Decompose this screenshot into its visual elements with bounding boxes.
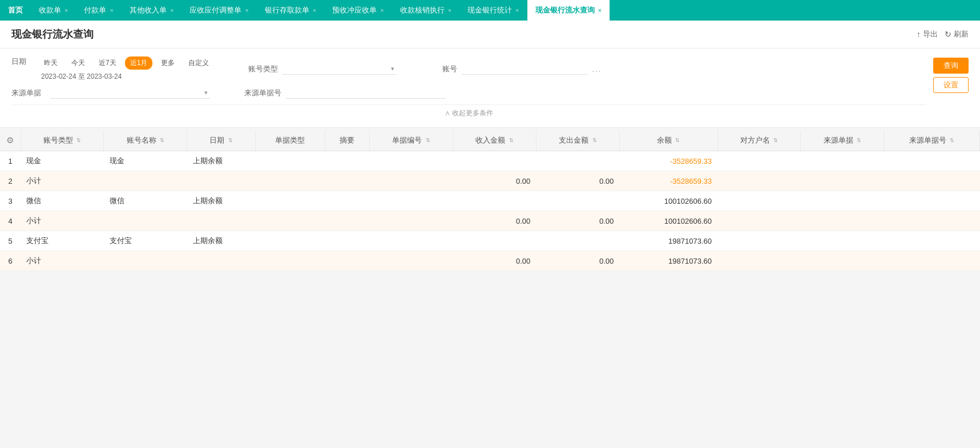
collapse-icon: ∧ <box>445 109 450 117</box>
close-receipt-icon[interactable]: × <box>64 7 68 14</box>
cell-index: 1 <box>0 151 21 171</box>
date-options-row: 昨天 今天 近7天 近1月 更多 自定义 <box>39 56 214 70</box>
nav-tab-collection-label: 收款核销执行 <box>400 5 445 15</box>
date-btn-more[interactable]: 更多 <box>156 56 180 70</box>
cell-doc-no <box>370 211 453 231</box>
cell-balance: 100102606.60 <box>619 211 717 231</box>
cell-doc-no <box>370 251 453 271</box>
cell-summary <box>325 151 369 171</box>
cell-summary <box>325 251 369 271</box>
setting-button[interactable]: 设置 <box>933 77 969 93</box>
account-type-select[interactable] <box>283 63 397 74</box>
nav-tab-home[interactable]: 首页 <box>0 0 31 21</box>
sort-balance-icon[interactable]: ⇅ <box>675 138 680 143</box>
cell-doc-type <box>256 211 325 231</box>
table-container: ⚙ 账号类型 ⇅ 账号名称 ⇅ 日期 ⇅ 单据类型 摘要 <box>0 130 980 271</box>
cell-balance: 19871073.60 <box>619 231 717 251</box>
nav-tab-receivable[interactable]: 应收应付调整单 × <box>182 0 256 21</box>
cell-summary <box>325 191 369 211</box>
table-row[interactable]: 5 支付宝 支付宝 上期余额 19871073.60 <box>0 231 980 251</box>
nav-tab-cash-stat-label: 现金银行统计 <box>467 5 512 15</box>
sort-income-icon[interactable]: ⇅ <box>509 138 514 143</box>
filter-area: 日期 昨天 今天 近7天 近1月 更多 自定义 2023-02-24 至 202… <box>0 49 980 128</box>
more-dots[interactable]: ... <box>592 65 602 74</box>
filter-row-1: 日期 昨天 今天 近7天 近1月 更多 自定义 2023-02-24 至 202… <box>11 56 926 82</box>
cell-source-doc <box>801 151 884 171</box>
sort-date-icon[interactable]: ⇅ <box>228 138 233 143</box>
collapse-bar[interactable]: ∧ 收起更多条件 <box>11 104 926 122</box>
sort-account-type-icon[interactable]: ⇅ <box>76 138 81 143</box>
account-input[interactable] <box>462 63 587 75</box>
table-row[interactable]: 1 现金 现金 上期余额 -3528659.33 <box>0 151 980 171</box>
sort-account-name-icon[interactable]: ⇅ <box>160 138 164 143</box>
sort-source-doc-icon[interactable]: ⇅ <box>857 138 861 143</box>
cell-income <box>453 191 536 211</box>
cell-expense <box>536 191 619 211</box>
close-other-income-icon[interactable]: × <box>170 7 174 14</box>
col-doc-type: 单据类型 <box>256 130 325 151</box>
date-btn-1month[interactable]: 近1月 <box>125 56 153 70</box>
source-doc-select-wrapper: ▾ <box>50 87 210 99</box>
nav-tab-prepayment[interactable]: 预收冲应收单 × <box>324 0 392 21</box>
date-btn-today[interactable]: 今天 <box>66 56 90 70</box>
account-label: 账号 <box>442 64 457 74</box>
filter-section: 日期 昨天 今天 近7天 近1月 更多 自定义 2023-02-24 至 202… <box>11 56 969 122</box>
col-source-doc-no: 来源单据号 ⇅ <box>884 130 980 151</box>
settings-gear-icon[interactable]: ⚙ <box>6 135 14 145</box>
cell-doc-no <box>370 231 453 251</box>
cell-index: 5 <box>0 231 21 251</box>
nav-tab-collection[interactable]: 收款核销执行 × <box>392 0 459 21</box>
sort-expense-icon[interactable]: ⇅ <box>592 138 597 143</box>
nav-tab-cash-flow[interactable]: 现金银行流水查询 × <box>527 0 610 21</box>
nav-tab-other-income[interactable]: 其他收入单 × <box>122 0 182 21</box>
close-cash-flow-icon[interactable]: × <box>598 7 602 14</box>
cell-source-doc-no <box>884 171 980 191</box>
date-label: 日期 <box>11 56 34 67</box>
table-row[interactable]: 3 微信 微信 上期余额 100102606.60 <box>0 191 980 211</box>
nav-tab-cash-stat[interactable]: 现金银行统计 × <box>459 0 527 21</box>
col-account-type: 账号类型 ⇅ <box>21 130 104 151</box>
col-counterparty: 对方户名 ⇅ <box>717 130 801 151</box>
cell-source-doc-no <box>884 191 980 211</box>
close-collection-icon[interactable]: × <box>448 7 451 14</box>
table-row[interactable]: 6 小计 0.00 0.00 19871073.60 <box>0 251 980 271</box>
source-doc-no-input[interactable] <box>286 87 446 99</box>
col-gear: ⚙ <box>0 130 21 151</box>
table-row[interactable]: 2 小计 0.00 0.00 -3528659.33 <box>0 171 980 191</box>
nav-tab-receipt[interactable]: 收款单 × <box>31 0 76 21</box>
query-button[interactable]: 查询 <box>933 58 969 74</box>
export-button[interactable]: ↑ 导出 <box>917 29 938 39</box>
nav-tab-bank-deposit[interactable]: 银行存取款单 × <box>257 0 324 21</box>
cell-summary <box>325 211 369 231</box>
filter-right-btns: 查询 设置 <box>933 56 969 93</box>
close-cash-stat-icon[interactable]: × <box>515 7 519 14</box>
sort-doc-no-icon[interactable]: ⇅ <box>426 138 430 143</box>
nav-tab-other-income-label: 其他收入单 <box>130 5 167 15</box>
cell-source-doc <box>801 251 884 271</box>
date-btn-yesterday[interactable]: 昨天 <box>39 56 63 70</box>
close-receivable-icon[interactable]: × <box>245 7 248 14</box>
table-body: 1 现金 现金 上期余额 -3528659.33 2 小计 0.00 0.00 … <box>0 151 980 271</box>
close-bank-deposit-icon[interactable]: × <box>313 7 316 14</box>
nav-tab-prepayment-label: 预收冲应收单 <box>332 5 377 15</box>
table-row[interactable]: 4 小计 0.00 0.00 100102606.60 <box>0 211 980 231</box>
col-income: 收入金额 ⇅ <box>453 130 536 151</box>
date-btn-custom[interactable]: 自定义 <box>183 56 214 70</box>
close-payment-icon[interactable]: × <box>110 7 113 14</box>
nav-tab-payment[interactable]: 付款单 × <box>76 0 121 21</box>
source-doc-no-group: 来源单据号 <box>244 87 446 99</box>
close-prepayment-icon[interactable]: × <box>380 7 384 14</box>
sort-counterparty-icon[interactable]: ⇅ <box>773 138 778 143</box>
cell-date <box>187 251 256 271</box>
date-filter-group: 日期 昨天 今天 近7天 近1月 更多 自定义 2023-02-24 至 202… <box>11 56 214 82</box>
cell-account-name: 微信 <box>104 191 187 211</box>
cell-balance: -3528659.33 <box>619 171 717 191</box>
cell-counterparty <box>717 171 801 191</box>
source-doc-label: 来源单据 <box>11 88 46 98</box>
refresh-button[interactable]: ↻ 刷新 <box>945 29 969 39</box>
date-btn-7days[interactable]: 近7天 <box>94 56 122 70</box>
account-type-label: 账号类型 <box>248 64 278 74</box>
cell-income <box>453 231 536 251</box>
sort-source-doc-no-icon[interactable]: ⇅ <box>950 138 954 143</box>
source-doc-select[interactable] <box>50 87 210 98</box>
